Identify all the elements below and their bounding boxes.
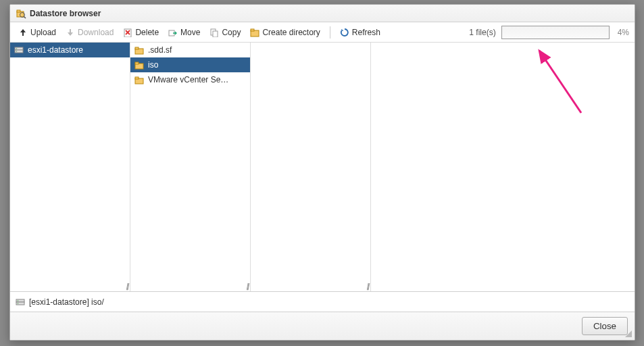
folder-item[interactable]: iso: [130, 57, 250, 72]
svg-point-22: [18, 300, 19, 301]
datastore-item[interactable]: esxi1-datastore: [10, 43, 130, 57]
toolbar-separator: [330, 26, 330, 39]
folder-plus-icon: [250, 28, 259, 37]
copy-button[interactable]: Copy: [205, 26, 245, 39]
folder-icon: [134, 45, 144, 55]
folder-icon: [134, 60, 144, 70]
column-resize-grip[interactable]: |||: [246, 282, 249, 290]
item-label: iso: [148, 60, 158, 70]
statusbar: [esxi1-datastore] iso/: [10, 291, 635, 312]
svg-rect-7: [213, 31, 218, 37]
close-button[interactable]: Close: [582, 317, 628, 335]
search-input[interactable]: [501, 26, 610, 39]
download-label: Download: [78, 28, 114, 37]
download-icon: [66, 28, 75, 37]
datastore-icon: [16, 297, 25, 307]
upload-icon: [18, 28, 28, 37]
datastore-browser-modal: Datastore browser Upload Download Delete…: [9, 4, 635, 341]
svg-rect-9: [251, 29, 254, 31]
item-label: .sdd.sf: [148, 45, 172, 55]
refresh-button[interactable]: Refresh: [336, 26, 385, 39]
create-directory-button[interactable]: Create directory: [246, 26, 324, 39]
column-2: |||: [251, 43, 371, 291]
folder-icon: [134, 75, 144, 84]
item-label: esxi1-datastore: [28, 45, 83, 55]
move-icon: [168, 28, 178, 37]
progress-percent: 4%: [618, 28, 629, 37]
copy-label: Copy: [222, 28, 241, 37]
datastore-icon: [14, 45, 24, 55]
delete-label: Delete: [135, 28, 159, 37]
svg-point-13: [16, 51, 18, 52]
folder-item[interactable]: .sdd.sf: [130, 43, 250, 57]
columns-view: esxi1-datastore ||| .sdd.sf iso VMware v…: [10, 43, 635, 291]
column-resize-grip[interactable]: |||: [366, 282, 370, 290]
column-1: .sdd.sf iso VMware vCenter Se… |||: [130, 43, 251, 291]
status-path: [esxi1-datastore] iso/: [29, 297, 104, 307]
delete-icon: [123, 28, 132, 37]
footer: Close: [10, 312, 635, 340]
svg-line-3: [24, 16, 26, 18]
svg-rect-17: [135, 62, 139, 64]
file-count: 1 file(s): [469, 28, 495, 37]
titlebar: Datastore browser: [10, 5, 635, 22]
toolbar: Upload Download Delete Move Copy Create …: [10, 22, 635, 43]
search-folder-icon: [16, 8, 26, 19]
item-label: VMware vCenter Se…: [148, 75, 228, 84]
svg-point-23: [18, 303, 19, 304]
refresh-label: Refresh: [352, 28, 380, 37]
download-button: Download: [61, 26, 118, 39]
column-3: [371, 43, 635, 291]
copy-icon: [209, 28, 219, 37]
delete-button[interactable]: Delete: [119, 26, 163, 39]
upload-label: Upload: [30, 28, 56, 37]
svg-point-12: [16, 48, 18, 49]
window-title: Datastore browser: [30, 9, 101, 18]
column-resize-grip[interactable]: |||: [126, 282, 129, 290]
create-directory-label: Create directory: [262, 28, 320, 37]
move-label: Move: [180, 28, 200, 37]
folder-item[interactable]: VMware vCenter Se…: [130, 72, 250, 87]
refresh-icon: [340, 28, 349, 37]
move-button[interactable]: Move: [164, 26, 204, 39]
svg-rect-15: [135, 47, 139, 49]
resize-grip-icon[interactable]: [625, 330, 632, 337]
upload-button[interactable]: Upload: [14, 26, 60, 39]
column-0: esxi1-datastore |||: [10, 43, 130, 291]
svg-rect-19: [135, 77, 139, 79]
svg-rect-1: [17, 10, 20, 12]
